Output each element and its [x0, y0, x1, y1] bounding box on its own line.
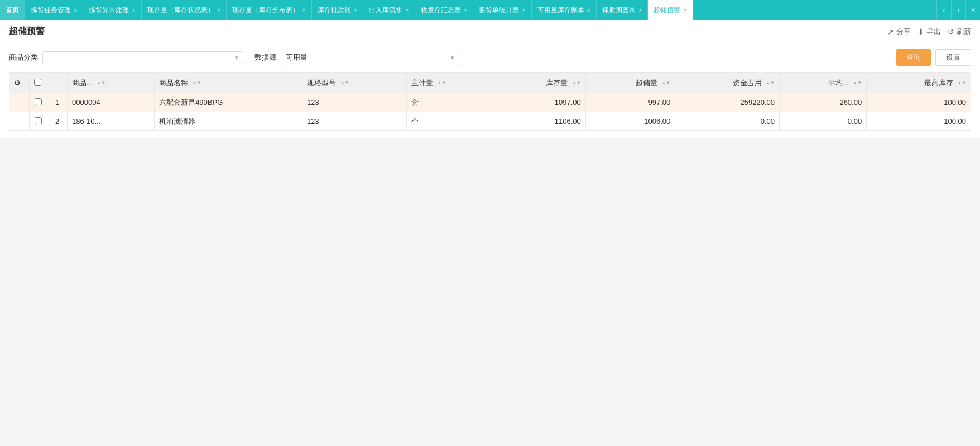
nav-order-stats-close[interactable]: × — [522, 7, 525, 13]
datasource-select-value: 可用量 — [286, 52, 451, 62]
col-max-stock-label: 最高库存 — [924, 79, 953, 87]
nav-stock-dist-close[interactable]: × — [302, 7, 305, 13]
nav-inout-flow-label: 出入库流水 — [369, 6, 402, 15]
nav-available-ledger[interactable]: 可用量库存账本 × — [532, 0, 597, 20]
nav-summary[interactable]: 收发存汇总表 × — [415, 0, 473, 20]
row-product-name-1: 机油滤清器 — [155, 112, 302, 131]
nav-overstock[interactable]: 超储预警 × — [648, 0, 693, 20]
nav-inout-flow-close[interactable]: × — [405, 7, 409, 13]
nav-order-stats-label: 要货单统计表 — [479, 6, 519, 15]
row-stock-1: 1106.00 — [496, 112, 586, 131]
nav-arrow-left[interactable]: ‹ — [936, 0, 951, 20]
col-capital-label: 资金占用 — [733, 79, 762, 87]
page-header: 超储预警 ↗ 分享 ⬇ 导出 ↺ 刷新 — [0, 20, 980, 42]
col-stock-label: 库存量 — [546, 79, 568, 87]
col-spec[interactable]: 规格型号 ▲▼ — [302, 73, 407, 93]
sort-avg-icon: ▲▼ — [853, 81, 862, 85]
query-button[interactable]: 查询 — [896, 49, 931, 66]
col-stock[interactable]: 库存量 ▲▼ — [496, 73, 586, 93]
filter-row: 商品分类 ▾ 数据源 可用量 ▾ 查询 设置 — [9, 49, 971, 66]
col-avg[interactable]: 平均... ▲▼ — [780, 73, 867, 93]
col-spec-label: 规格型号 — [307, 79, 336, 87]
sort-overstock-icon: ▲▼ — [661, 81, 670, 85]
nav-expiry[interactable]: 保质期查询 × — [597, 0, 648, 20]
nav-batch-account[interactable]: 库存批次账 × — [312, 0, 363, 20]
row-checkbox-cell-0[interactable] — [30, 93, 47, 112]
filter-category: 商品分类 ▾ — [9, 51, 243, 64]
settings-button[interactable]: 设置 — [935, 49, 971, 66]
row-spec-1: 123 — [302, 112, 407, 131]
row-checkbox-0[interactable] — [35, 98, 42, 105]
table-header-row: ⚙ 商品... ▲▼ 商品名称 ▲▼ 规格型号 ▲▼ — [9, 73, 971, 93]
nav-overstock-label: 超储预警 — [654, 6, 680, 15]
row-index-1: 2 — [47, 112, 68, 131]
col-gear[interactable]: ⚙ — [9, 73, 30, 93]
nav-inout-flow[interactable]: 出入库流水 × — [363, 0, 415, 20]
nav-overstock-close[interactable]: × — [683, 7, 686, 13]
nav-stock-status-close[interactable]: × — [217, 7, 220, 13]
filter-actions: 查询 设置 — [896, 49, 971, 66]
col-capital[interactable]: 资金占用 ▲▼ — [675, 73, 780, 93]
nav-exception[interactable]: 拣货异常处理 × — [83, 0, 141, 20]
nav-stock-dist-label: 现存量（库存分布表） — [232, 6, 299, 15]
col-checkbox[interactable] — [30, 73, 47, 93]
nav-expiry-close[interactable]: × — [638, 7, 642, 13]
sort-capital-icon: ▲▼ — [766, 81, 775, 85]
nav-stock-dist[interactable]: 现存量（库存分布表） × — [227, 0, 311, 20]
export-button[interactable]: ⬇ 导出 — [917, 27, 941, 37]
table-row: 1 0000004 六配套新昌490BPG 123 套 1097.00 997.… — [9, 93, 971, 112]
table-body: 1 0000004 六配套新昌490BPG 123 套 1097.00 997.… — [9, 93, 971, 131]
filter-datasource: 数据源 可用量 ▾ — [254, 50, 459, 65]
category-label: 商品分类 — [9, 52, 38, 62]
share-icon: ↗ — [887, 27, 894, 36]
nav-expiry-label: 保质期查询 — [602, 6, 636, 15]
category-select[interactable]: ▾ — [42, 51, 243, 64]
nav-exception-label: 拣货异常处理 — [89, 6, 129, 15]
col-overstock-label: 超储量 — [636, 79, 657, 87]
col-avg-label: 平均... — [828, 79, 849, 87]
row-product-code-1: 186-10... — [68, 112, 155, 131]
nav-arrow-close[interactable]: × — [965, 0, 980, 20]
row-gear-1 — [9, 112, 30, 131]
nav-task-mgmt[interactable]: 拣货任务管理 × — [25, 0, 83, 20]
col-product-name[interactable]: 商品名称 ▲▼ — [155, 73, 302, 93]
sort-spec-icon: ▲▼ — [340, 81, 349, 85]
refresh-button[interactable]: ↺ 刷新 — [948, 27, 971, 37]
row-overstock-0: 997.00 — [585, 93, 675, 112]
nav-task-mgmt-label: 拣货任务管理 — [31, 6, 71, 15]
refresh-label: 刷新 — [957, 27, 971, 37]
row-max-stock-1: 100.00 — [867, 112, 971, 131]
share-button[interactable]: ↗ 分享 — [887, 27, 911, 37]
col-product-code[interactable]: 商品... ▲▼ — [68, 73, 155, 93]
nav-order-stats[interactable]: 要货单统计表 × — [473, 0, 531, 20]
sort-product-name-icon: ▲▼ — [193, 81, 201, 85]
nav-stock-status-label: 现存量（库存状况表） — [147, 6, 214, 15]
row-overstock-1: 1006.00 — [585, 112, 675, 131]
nav-stock-status[interactable]: 现存量（库存状况表） × — [142, 0, 227, 20]
row-unit-0: 套 — [406, 93, 496, 112]
export-icon: ⬇ — [917, 27, 924, 36]
row-checkbox-1[interactable] — [35, 117, 42, 124]
row-product-name-0: 六配套新昌490BPG — [155, 93, 302, 112]
nav-home[interactable]: 首页 — [0, 0, 25, 20]
nav-summary-close[interactable]: × — [464, 7, 467, 13]
row-checkbox-cell-1[interactable] — [30, 112, 47, 131]
col-unit[interactable]: 主计量 ▲▼ — [406, 73, 496, 93]
select-all-checkbox[interactable] — [34, 79, 41, 86]
col-max-stock[interactable]: 最高库存 ▲▼ — [867, 73, 971, 93]
datasource-select[interactable]: 可用量 ▾ — [281, 50, 459, 65]
datasource-chevron-icon: ▾ — [451, 54, 454, 61]
table-row: 2 186-10... 机油滤清器 123 个 1106.00 1006.00 … — [9, 112, 971, 131]
col-overstock[interactable]: 超储量 ▲▼ — [585, 73, 675, 93]
row-gear-0 — [9, 93, 30, 112]
nav-task-mgmt-close[interactable]: × — [74, 7, 77, 13]
gear-header-icon: ⚙ — [14, 79, 21, 87]
sort-stock-icon: ▲▼ — [572, 81, 581, 85]
nav-arrow-right[interactable]: › — [951, 0, 965, 20]
nav-summary-label: 收发存汇总表 — [421, 6, 461, 15]
row-avg-1: 0.00 — [780, 112, 867, 131]
nav-batch-account-close[interactable]: × — [354, 7, 357, 13]
nav-available-ledger-close[interactable]: × — [587, 7, 590, 13]
nav-batch-account-label: 库存批次账 — [318, 6, 351, 15]
nav-exception-close[interactable]: × — [132, 7, 135, 13]
